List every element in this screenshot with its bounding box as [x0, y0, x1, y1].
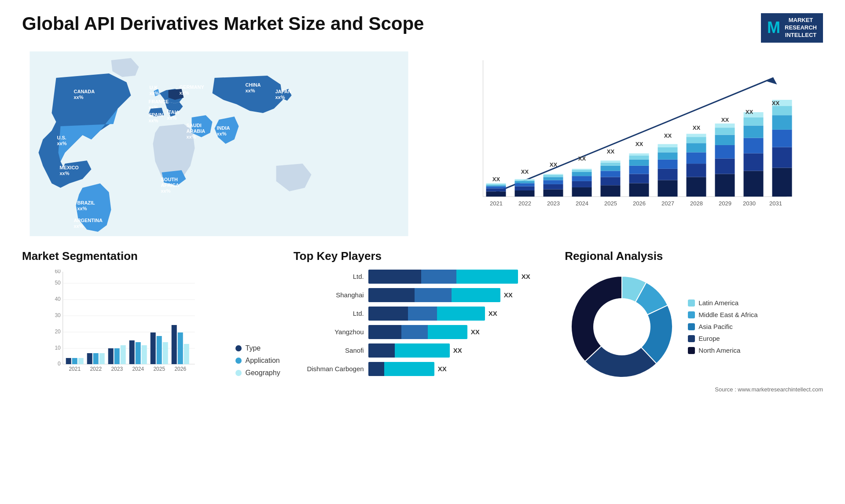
segmentation-title: Market Segmentation [22, 249, 280, 263]
germany-value: xx% [180, 90, 189, 95]
svg-rect-62 [744, 125, 764, 138]
player-bar-4-seg1 [368, 343, 395, 358]
player-bar-1-seg2 [415, 288, 452, 302]
player-row-1: Shanghai XX [294, 288, 552, 302]
svg-rect-39 [629, 155, 649, 159]
seg-bar-2023-app [114, 348, 120, 364]
player-bar-3-seg1 [368, 325, 401, 339]
bar-label-2027: XX [664, 132, 672, 139]
bar-label-2031: XX [772, 100, 780, 106]
svg-rect-48 [687, 164, 706, 177]
y-20: 20 [55, 329, 61, 335]
x-label-2024: 2024 [576, 200, 588, 207]
player-name-1: Shanghai [294, 291, 364, 299]
player-bar-1 [368, 288, 500, 302]
source-text: Source : www.marketresearchintellect.com [565, 386, 823, 393]
svg-rect-19 [544, 180, 563, 184]
player-bar-0-seg3 [456, 270, 518, 284]
china-label: CHINA [246, 82, 261, 88]
legend-application: Application [235, 357, 280, 365]
x-label-2029: 2029 [719, 200, 731, 207]
svg-rect-40 [629, 153, 649, 155]
saudi-label2: ARABIA [187, 128, 206, 134]
player-bar-0 [368, 270, 518, 284]
legend-label-na: North America [698, 347, 740, 354]
argentina-label: ARGENTINA [74, 218, 103, 223]
donut-legend: Latin America Middle East & Africa Asia … [688, 299, 757, 354]
seg-bar-2024-geo [142, 345, 147, 364]
south-africa-label: SOUTH [161, 177, 178, 182]
y-10: 10 [55, 345, 61, 351]
logo-area: M MARKET RESEARCH INTELLECT [761, 13, 823, 43]
india-label: INDIA [217, 125, 230, 131]
seg-bar-2026-geo [184, 344, 189, 364]
brazil-label: BRAZIL [77, 200, 96, 205]
svg-rect-33 [601, 162, 621, 165]
svg-rect-57 [715, 128, 735, 135]
svg-rect-28 [572, 168, 592, 169]
svg-rect-7 [486, 186, 506, 188]
svg-rect-68 [772, 115, 792, 130]
bar-label-2021: XX [492, 176, 500, 183]
svg-rect-66 [772, 147, 792, 168]
player-bar-2-seg3 [437, 307, 485, 321]
player-name-4: Sanofi [294, 347, 364, 354]
y-50: 50 [55, 280, 61, 286]
italy-value: xx% [167, 115, 177, 121]
seg-bar-2025-geo [163, 342, 168, 364]
player-bar-container-4: XX [368, 343, 552, 358]
player-name-0: Ltd. [294, 273, 364, 280]
player-name-2: Ltd. [294, 310, 364, 317]
player-bar-3-seg2 [401, 325, 428, 339]
svg-rect-42 [658, 168, 678, 180]
svg-rect-38 [629, 159, 649, 165]
svg-rect-59 [744, 171, 764, 197]
player-bar-4-seg3 [395, 343, 450, 358]
player-bar-5-seg3 [384, 362, 434, 376]
player-xx-2: XX [489, 310, 497, 317]
legend-color-mea [688, 311, 695, 318]
header: Global API Derivatives Market Size and S… [22, 13, 823, 43]
seg-bar-2022-type [87, 353, 92, 364]
svg-rect-24 [572, 181, 592, 187]
seg-bar-2024-type [129, 340, 135, 364]
svg-rect-69 [772, 106, 792, 115]
italy-label: ITALY [167, 110, 181, 115]
player-xx-3: XX [471, 328, 480, 336]
us-value: xx% [57, 141, 67, 146]
svg-rect-47 [687, 177, 706, 196]
logo-line2: RESEARCH [785, 24, 817, 32]
logo-letter: M [767, 18, 780, 38]
saudi-value: xx% [187, 134, 196, 139]
legend-label-europe: Europe [698, 335, 720, 342]
legend-label-asia: Asia Pacific [698, 323, 733, 330]
svg-rect-63 [744, 117, 764, 125]
seg-x-2026: 2026 [174, 366, 186, 372]
player-bar-1-seg3 [452, 288, 500, 302]
bar-label-2022: XX [521, 168, 529, 175]
x-label-2031: 2031 [769, 200, 782, 207]
seg-bar-2025-type [151, 332, 156, 364]
player-bar-2 [368, 307, 485, 321]
legend-type: Type [235, 344, 280, 352]
svg-rect-37 [629, 165, 649, 174]
player-xx-4: XX [453, 347, 462, 354]
france-label: FRANCE [149, 99, 169, 104]
segmentation-section: Market Segmentation 0 10 20 30 [22, 249, 280, 393]
bar-chart-wrapper: 2021 2022 2023 2024 2025 2026 2027 2028 … [438, 56, 814, 232]
player-bar-container-2: XX [368, 307, 552, 321]
seg-bar-2021-app [72, 358, 77, 364]
player-xx-1: XX [504, 291, 513, 299]
players-section: Top Key Players Ltd. XX [294, 249, 552, 393]
bar-label-2024: XX [578, 155, 586, 162]
uk-value: xx% [150, 91, 159, 96]
page-container: Global API Derivatives Market Size and S… [0, 0, 845, 504]
player-bar-1-seg1 [368, 288, 415, 302]
svg-rect-6 [486, 188, 506, 191]
svg-rect-54 [715, 158, 735, 174]
svg-rect-52 [687, 134, 706, 137]
player-bar-3-seg3 [428, 325, 467, 339]
player-bar-2-seg1 [368, 307, 408, 321]
svg-rect-17 [544, 189, 563, 196]
svg-rect-50 [687, 143, 706, 152]
